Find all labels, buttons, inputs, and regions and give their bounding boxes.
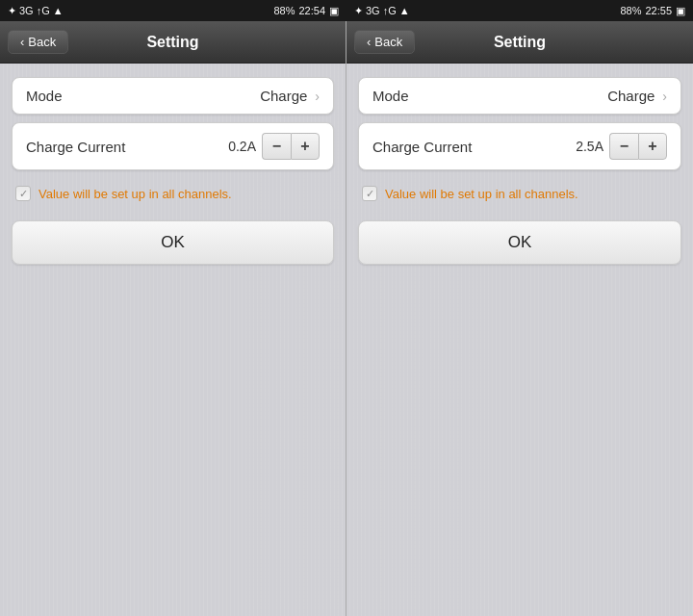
mode-label-left: Mode	[26, 88, 63, 104]
mode-value-left: Charge	[260, 88, 307, 104]
checkbox-right[interactable]: ✓	[362, 186, 377, 201]
time-left: 22:54	[298, 5, 325, 16]
status-right-left: 88% 22:54 ▣	[273, 5, 339, 17]
current-value-right: 2.5A	[576, 139, 603, 154]
screen-right: ‹ Back Setting Mode Charge › Charge Curr…	[346, 21, 693, 616]
current-row-right: Charge Current 2.5A − +	[358, 122, 681, 170]
back-chevron-right: ‹	[367, 35, 371, 49]
checkbox-left[interactable]: ✓	[15, 186, 31, 201]
back-label-right: Back	[374, 35, 402, 49]
screen-content-right: Mode Charge › Charge Current 2.5A − + ✓	[346, 64, 693, 278]
back-label-left: Back	[28, 35, 56, 49]
screens-container: ‹ Back Setting Mode Charge › Charge Curr…	[0, 21, 693, 616]
mode-label-right: Mode	[372, 88, 409, 104]
time-right: 22:55	[645, 5, 672, 16]
status-icons-right: ✦ 3G ↑G ▲	[354, 5, 410, 17]
screen-content-left: Mode Charge › Charge Current 0.2A − + ✓	[0, 64, 346, 278]
nav-title-right: Setting	[494, 34, 546, 51]
bluetooth-icon-r: ✦	[354, 5, 363, 17]
status-bar-left: ✦ 3G ↑G ▲ 88% 22:54 ▣	[0, 0, 346, 21]
status-bar-right: ✦ 3G ↑G ▲ 88% 22:55 ▣	[346, 0, 693, 21]
network-g-icon: ↑G	[37, 5, 50, 16]
current-value-left: 0.2A	[228, 139, 256, 154]
stepper-right: 2.5A − +	[576, 133, 667, 160]
checkbox-row-right: ✓ Value will be set up in all channels.	[358, 178, 681, 209]
nav-bar-left: ‹ Back Setting	[0, 21, 346, 64]
checkbox-row-left: ✓ Value will be set up in all channels.	[12, 178, 334, 209]
mode-right-right: Charge ›	[607, 88, 667, 104]
increment-button-left[interactable]: +	[291, 133, 320, 160]
ok-button-right[interactable]: OK	[358, 220, 681, 265]
checkbox-check-icon-right: ✓	[366, 188, 374, 200]
signal-icon: ▲	[53, 5, 64, 16]
battery-percent-left: 88%	[273, 5, 295, 16]
battery-percent-right: 88%	[620, 5, 641, 16]
mode-chevron-left: ›	[315, 89, 320, 104]
current-row-left: Charge Current 0.2A − +	[12, 122, 334, 170]
decrement-button-right[interactable]: −	[609, 133, 638, 160]
back-chevron-left: ‹	[20, 35, 24, 49]
checkbox-label-left: Value will be set up in all channels.	[38, 187, 232, 201]
mode-row-right[interactable]: Mode Charge ›	[358, 77, 681, 115]
current-label-left: Charge Current	[26, 139, 125, 155]
back-button-right[interactable]: ‹ Back	[354, 30, 415, 54]
nav-bar-right: ‹ Back Setting	[346, 21, 693, 64]
status-bar: ✦ 3G ↑G ▲ 88% 22:54 ▣ ✦ 3G ↑G ▲ 88% 22:5…	[0, 0, 693, 21]
network-g-icon-r: ↑G	[383, 5, 397, 16]
network-3g-icon-r: 3G	[366, 5, 380, 16]
increment-button-right[interactable]: +	[638, 133, 667, 160]
mode-row-left[interactable]: Mode Charge ›	[12, 77, 334, 115]
photo-icon-right: ▣	[676, 5, 685, 17]
checkbox-label-right: Value will be set up in all channels.	[385, 187, 578, 201]
checkbox-check-icon-left: ✓	[19, 188, 28, 200]
status-icons-left: ✦ 3G ↑G ▲	[8, 5, 64, 17]
current-label-right: Charge Current	[372, 139, 472, 155]
network-3g-icon: 3G	[19, 5, 34, 16]
signal-icon-r: ▲	[399, 5, 410, 16]
decrement-button-left[interactable]: −	[262, 133, 291, 160]
status-right-right: 88% 22:55 ▣	[620, 5, 685, 17]
mode-right-left: Charge ›	[260, 88, 320, 104]
stepper-left: 0.2A − +	[228, 133, 320, 160]
ok-button-left[interactable]: OK	[12, 220, 334, 265]
nav-title-left: Setting	[146, 34, 198, 51]
photo-icon-left: ▣	[329, 5, 339, 17]
bluetooth-icon: ✦	[8, 5, 16, 17]
mode-chevron-right: ›	[662, 89, 667, 104]
mode-value-right: Charge	[607, 88, 654, 104]
back-button-left[interactable]: ‹ Back	[8, 30, 68, 54]
screen-left: ‹ Back Setting Mode Charge › Charge Curr…	[0, 21, 346, 616]
